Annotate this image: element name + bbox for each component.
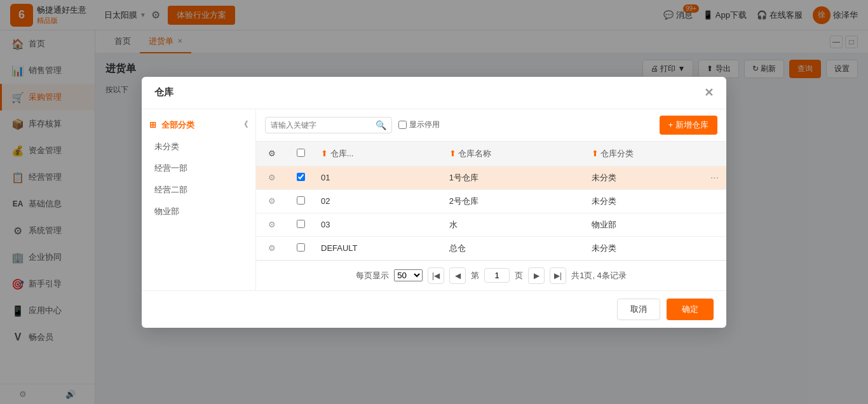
add-warehouse-btn[interactable]: + 新增仓库 [660, 116, 717, 135]
select-all-checkbox[interactable] [297, 149, 305, 157]
page-summary: 共1页, 4条记录 [571, 270, 627, 281]
col-header-name: ⬆ 仓库名称 [442, 142, 584, 166]
dialog-title: 仓库 [154, 86, 173, 98]
row-name-1: 2号仓库 [442, 189, 584, 213]
row-name-2: 水 [442, 213, 584, 236]
col-header-gear: ⚙ [256, 142, 288, 166]
show-disabled-checkbox-label[interactable]: 显示停用 [398, 119, 440, 130]
search-input[interactable] [271, 121, 376, 130]
table-row: ⚙ 01 1号仓库 未分类··· [256, 166, 726, 189]
row-check-0[interactable] [288, 166, 313, 189]
page-input[interactable] [484, 268, 510, 283]
page-size-label: 每页显示 [356, 270, 389, 281]
row-check-3[interactable] [288, 236, 313, 260]
row-name-0: 1号仓库 [442, 166, 584, 189]
dialog-body: ⊞ 全部分类 《 未分类 经营一部 经营二部 物业部 🔍 [142, 109, 726, 290]
table-row: ⚙ 03 水 物业部 [256, 213, 726, 236]
row-gear-2[interactable]: ⚙ [256, 213, 288, 236]
col-header-code: ⬆ 仓库... [313, 142, 442, 166]
row-gear-3[interactable]: ⚙ [256, 236, 288, 260]
page-label: 页 [515, 270, 523, 281]
row-code-1: 02 [313, 189, 442, 213]
confirm-btn[interactable]: 确定 [667, 299, 714, 320]
search-box[interactable]: 🔍 [265, 117, 392, 133]
col-cat-sort-icon: ⬆ [592, 149, 599, 158]
search-icon: 🔍 [376, 120, 386, 130]
dialog-header: 仓库 ✕ [142, 77, 726, 109]
grid-icon: ⊞ [149, 120, 156, 130]
page-section-label: 第 [471, 270, 479, 281]
dialog-close-btn[interactable]: ✕ [704, 86, 714, 100]
page-prev-btn[interactable]: ◀ [449, 267, 466, 284]
row-gear-0[interactable]: ⚙ [256, 166, 288, 189]
page-last-btn[interactable]: ▶| [550, 267, 566, 284]
table-header-row: ⚙ ⬆ 仓库... ⬆ 仓库名称 [256, 142, 726, 166]
cat-collapse-icon[interactable]: 《 [240, 119, 248, 130]
category-panel: ⊞ 全部分类 《 未分类 经营一部 经营二部 物业部 [142, 109, 256, 290]
cancel-btn[interactable]: 取消 [617, 299, 660, 320]
warehouse-dialog: 仓库 ✕ ⊞ 全部分类 《 未分类 经营一部 经营二部 物业部 [142, 77, 726, 328]
col-sort-icon: ⬆ [449, 149, 456, 158]
row-category-3: 未分类 [584, 236, 726, 260]
row-category-0: 未分类··· [584, 166, 726, 189]
sort-icon: ⬆ [321, 149, 328, 158]
data-table: ⚙ ⬆ 仓库... ⬆ 仓库名称 [256, 142, 726, 260]
row-check-1[interactable] [288, 189, 313, 213]
show-disabled-checkbox[interactable] [398, 121, 407, 129]
row-name-3: 总仓 [442, 236, 584, 260]
row-category-1: 未分类 [584, 189, 726, 213]
cat-item-1[interactable]: 经营一部 [142, 158, 255, 179]
row-gear-1[interactable]: ⚙ [256, 189, 288, 213]
table-panel: 🔍 显示停用 + 新增仓库 ⚙ [256, 109, 726, 290]
pagination: 每页显示 102050100 |◀ ◀ 第 页 ▶ ▶| 共1页, 4条记录 [256, 260, 726, 290]
page-first-btn[interactable]: |◀ [428, 267, 444, 284]
table-row: ⚙ DEFAULT 总仓 未分类 [256, 236, 726, 260]
cat-item-3[interactable]: 物业部 [142, 201, 255, 222]
page-size-select[interactable]: 102050100 [394, 269, 423, 281]
cat-item-2[interactable]: 经营二部 [142, 179, 255, 201]
page-next-btn[interactable]: ▶ [528, 267, 545, 284]
category-all-btn[interactable]: ⊞ 全部分类 《 [142, 114, 255, 136]
row-more-btn-0[interactable]: ··· [710, 172, 719, 184]
dialog-footer: 取消 确定 [142, 290, 726, 328]
table-row: ⚙ 02 2号仓库 未分类 [256, 189, 726, 213]
dialog-overlay: 仓库 ✕ ⊞ 全部分类 《 未分类 经营一部 经营二部 物业部 [0, 0, 868, 404]
row-check-2[interactable] [288, 213, 313, 236]
table-toolbar: 🔍 显示停用 + 新增仓库 [256, 109, 726, 142]
col-header-category: ⬆ 仓库分类 [584, 142, 726, 166]
row-code-3: DEFAULT [313, 236, 442, 260]
row-code-2: 03 [313, 213, 442, 236]
cat-item-0[interactable]: 未分类 [142, 136, 255, 158]
row-category-2: 物业部 [584, 213, 726, 236]
col-header-check [288, 142, 313, 166]
row-code-0: 01 [313, 166, 442, 189]
